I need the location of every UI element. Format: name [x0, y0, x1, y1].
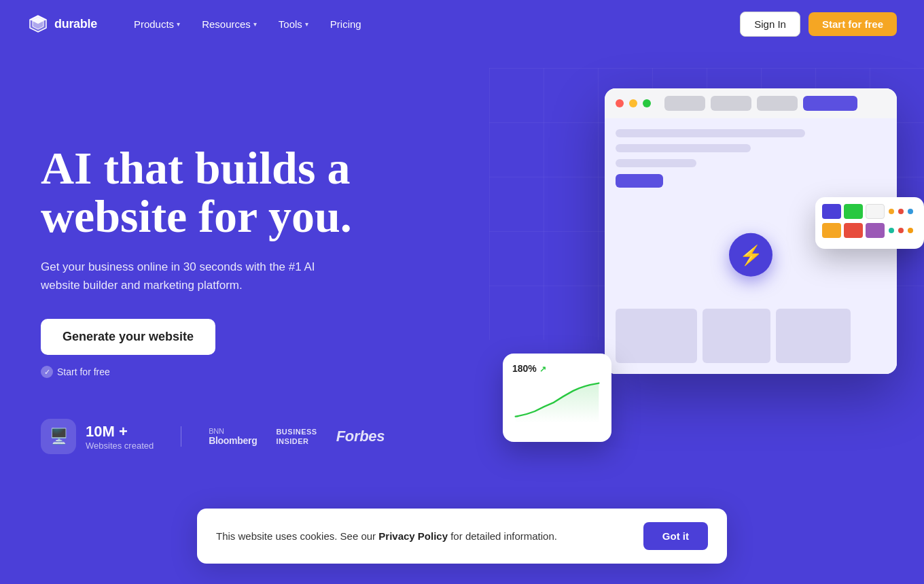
browser-tab-3	[757, 96, 798, 111]
skeleton-block-3	[776, 309, 851, 363]
websites-count: 10M +	[86, 423, 154, 441]
nav-resources[interactable]: Resources ▾	[192, 13, 266, 35]
hero-section: AI that builds a website for you. Get yo…	[0, 48, 924, 537]
nav-products[interactable]: Products ▾	[124, 13, 190, 35]
dot-orange	[889, 209, 894, 214]
palette-row-1	[822, 204, 917, 219]
press-logos: BNN Bloomberg BUSINESSINSIDER Forbes	[209, 427, 385, 447]
dot-yellow	[908, 228, 913, 233]
cookie-accept-button[interactable]: Got it	[643, 522, 708, 550]
swatch-red	[844, 223, 863, 238]
browser-titlebar	[605, 88, 897, 118]
stats-row: 🖥️ 10M + Websites created BNN Bloomberg …	[41, 419, 408, 454]
skeleton-row-1	[616, 129, 886, 137]
swatch-light	[866, 204, 885, 219]
browser-tab-2	[711, 96, 751, 111]
skeleton-row-3	[616, 159, 886, 167]
hero-content: AI that builds a website for you. Get yo…	[41, 144, 408, 454]
skeleton-line	[616, 144, 751, 152]
nav-pricing[interactable]: Pricing	[321, 13, 371, 35]
floating-palette-card	[815, 197, 924, 249]
dot-red2	[898, 228, 904, 233]
nav-tools[interactable]: Tools ▾	[269, 13, 318, 35]
tools-chevron-icon: ▾	[305, 20, 308, 28]
hero-visual: ⚡ 180% ↗	[462, 61, 924, 523]
websites-label: Websites created	[86, 441, 154, 451]
skeleton-block-1	[616, 309, 697, 363]
floating-chart-card: 180% ↗	[503, 354, 611, 442]
skeleton-row-2	[616, 144, 886, 152]
palette-row-2	[822, 223, 917, 238]
skeleton-line	[616, 129, 805, 137]
chart-arrow-icon: ↗	[539, 364, 546, 374]
traffic-light-green	[643, 99, 651, 107]
durable-logo-icon	[27, 13, 49, 35]
brand-logo[interactable]: durable	[27, 13, 97, 35]
privacy-policy-link[interactable]: Privacy Policy	[378, 530, 448, 542]
swatch-purple	[822, 204, 841, 219]
start-for-free-nav-button[interactable]: Start for free	[808, 12, 897, 36]
hero-subtitle: Get your business online in 30 seconds w…	[41, 258, 326, 294]
chart-line-graph	[512, 377, 602, 424]
traffic-light-yellow	[629, 99, 637, 107]
business-insider-logo: BUSINESSINSIDER	[276, 427, 317, 447]
checkmark-icon: ✓	[41, 366, 53, 378]
browser-tab-active	[803, 96, 857, 111]
stat-divider	[181, 426, 181, 447]
skeleton-button	[616, 174, 663, 188]
navbar: durable Products ▾ Resources ▾ Tools ▾ P…	[0, 0, 924, 48]
cookie-banner: This website uses cookies. See our Priva…	[197, 509, 727, 564]
browser-tab-1	[664, 96, 705, 111]
products-chevron-icon: ▾	[177, 20, 180, 28]
dot-teal	[889, 228, 894, 233]
signin-button[interactable]: Sign In	[740, 12, 800, 37]
nav-links: Products ▾ Resources ▾ Tools ▾ Pricing	[124, 13, 740, 35]
monitor-icon: 🖥️	[41, 419, 76, 454]
resources-chevron-icon: ▾	[253, 20, 257, 28]
websites-stat: 🖥️ 10M + Websites created	[41, 419, 154, 454]
dot-blue	[908, 209, 913, 214]
stat-text: 10M + Websites created	[86, 423, 154, 451]
nav-actions: Sign In Start for free	[740, 12, 897, 37]
brand-name: durable	[54, 17, 97, 31]
swatch-orange	[822, 223, 841, 238]
chart-value: 180% ↗	[512, 363, 602, 374]
browser-tabs	[664, 96, 857, 111]
forbes-logo: Forbes	[336, 428, 385, 445]
lightning-icon: ⚡	[729, 233, 772, 277]
swatch-violet	[866, 223, 885, 238]
start-free-label: ✓ Start for free	[41, 366, 408, 378]
skeleton-blocks-row	[616, 309, 886, 363]
generate-website-button[interactable]: Generate your website	[41, 319, 215, 355]
traffic-light-red	[616, 99, 624, 107]
skeleton-line	[616, 159, 696, 167]
dot-red	[898, 209, 904, 214]
hero-title: AI that builds a website for you.	[41, 144, 408, 241]
swatch-green	[844, 204, 863, 219]
cookie-text: This website uses cookies. See our Priva…	[216, 530, 630, 542]
skeleton-block-2	[703, 309, 770, 363]
bloomberg-logo: BNN Bloomberg	[209, 427, 257, 446]
